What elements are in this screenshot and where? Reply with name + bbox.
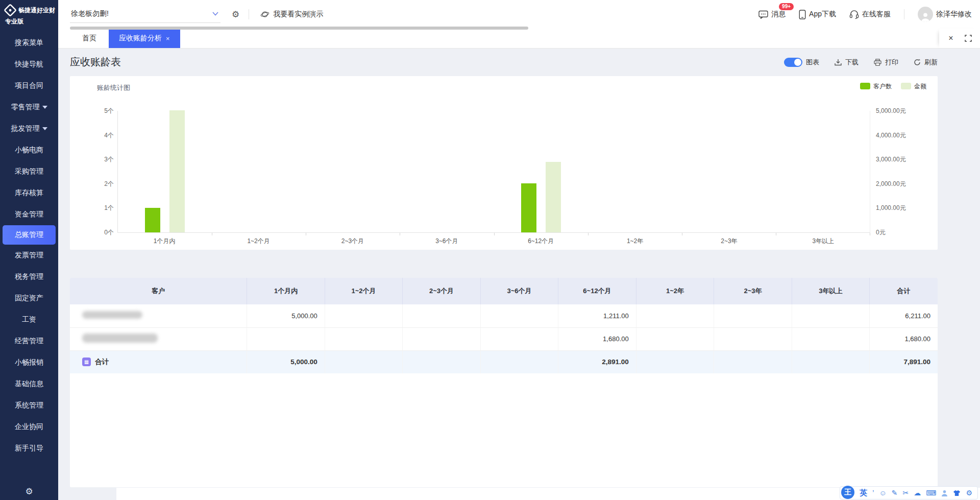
download-button[interactable]: 下载 xyxy=(835,58,859,67)
page-controls: 图表 下载 xyxy=(784,58,938,67)
headset-icon xyxy=(849,10,859,19)
bar-group xyxy=(212,111,306,232)
sidebar-settings[interactable]: ⚙ xyxy=(0,483,58,500)
brand-logo-icon xyxy=(4,4,16,16)
customer-cell xyxy=(70,304,247,327)
y2-axis-tick: 4,000.00元 xyxy=(876,131,932,139)
sidebar-item-quick-nav[interactable]: 快捷导航 xyxy=(0,54,58,75)
page-title: 应收账龄表 xyxy=(70,55,121,69)
company-dropdown[interactable]: 徐老板勿删! xyxy=(70,6,220,23)
tab-receivable-aging[interactable]: 应收账龄分析 × xyxy=(109,29,180,48)
sidebar-item-purchasing[interactable]: 采购管理 xyxy=(0,161,58,182)
print-button[interactable]: 打印 xyxy=(874,58,898,67)
close-icon[interactable]: × xyxy=(166,35,170,42)
toggle-switch[interactable] xyxy=(784,58,802,67)
pencil-icon[interactable]: ✎ xyxy=(892,489,898,496)
y2-axis-tick: 5,000.00元 xyxy=(876,107,932,115)
scissors-icon[interactable]: ✂ xyxy=(902,489,909,496)
y-axis-tick: 5个 xyxy=(78,107,114,115)
planet-icon xyxy=(260,10,270,19)
sidebar-item-system[interactable]: 系统管理 xyxy=(0,395,58,416)
x-axis-label: 2~3个月 xyxy=(306,237,400,246)
page-header: 应收账龄表 图表 下载 xyxy=(70,55,938,69)
emoji-icon[interactable]: ☺ xyxy=(879,489,886,496)
punctuation-icon[interactable]: ’ xyxy=(872,489,874,496)
logo: 畅捷通好业财 专业版 xyxy=(0,0,58,29)
sidebar-item-beginner-guide[interactable]: 新手引导 xyxy=(0,438,58,459)
sidebar-item-collaboration[interactable]: 企业协同 xyxy=(0,416,58,438)
keyboard-icon[interactable]: ⌨ xyxy=(926,489,936,496)
ime-logo[interactable]: 王 xyxy=(841,486,854,499)
demo-link[interactable]: 我要看实例演示 xyxy=(260,10,323,19)
x-axis-label: 1~2个月 xyxy=(211,237,305,246)
company-name: 徐老板勿删! xyxy=(71,9,109,18)
sidebar-item-retail[interactable]: 零售管理 xyxy=(0,97,58,118)
chart-bars xyxy=(118,111,870,232)
tab-home[interactable]: 首页 xyxy=(70,29,109,48)
table-row: 5,000.00 1,211.00 6,211.00 xyxy=(70,304,938,327)
bar-group xyxy=(776,111,870,232)
sidebar-item-funds[interactable]: 资金管理 xyxy=(0,204,58,225)
gear-icon[interactable]: ⚙ xyxy=(966,489,972,496)
phone-icon xyxy=(799,10,806,19)
sidebar-item-fixed-assets[interactable]: 固定资产 xyxy=(0,288,58,309)
sidebar-item-search-menu[interactable]: 搜索菜单 xyxy=(0,32,58,54)
bottom-strip: 王 英 ’ ☺ ✎ ✂ ☁ ⌨ ⚙ xyxy=(116,488,980,500)
person-icon[interactable] xyxy=(941,490,948,496)
bar-customers[interactable] xyxy=(145,208,160,232)
table-row: 1,680.00 1,680.00 xyxy=(70,327,938,350)
sidebar-item-general-ledger[interactable]: 总账管理 xyxy=(3,225,56,245)
legend-amount[interactable]: 金额 xyxy=(901,82,926,91)
skin-icon[interactable] xyxy=(953,490,961,496)
cloud-icon[interactable]: ☁ xyxy=(914,489,921,496)
download-icon xyxy=(835,59,842,66)
sidebar-item-expense[interactable]: 小畅报销 xyxy=(0,352,58,373)
gear-icon[interactable]: ⚙ xyxy=(232,9,239,20)
close-icon[interactable]: × xyxy=(943,31,959,46)
legend-swatch xyxy=(860,83,870,89)
bar-amount[interactable] xyxy=(546,162,561,232)
chevron-down-icon xyxy=(42,106,47,109)
user-menu[interactable]: 徐泽华修改 xyxy=(918,7,972,22)
sidebar-item-operations[interactable]: 经营管理 xyxy=(0,330,58,352)
aging-table-card: 客户 1个月内 1~2个月 2~3个月 3~6个月 6~12个月 1~2年 2~… xyxy=(70,278,938,487)
content-area: 应收账龄表 图表 下载 xyxy=(58,49,980,488)
col-2-3m: 2~3个月 xyxy=(403,278,480,304)
messages-button[interactable]: 99+ 消息 xyxy=(758,10,786,19)
chevron-down-icon xyxy=(42,127,47,130)
legend-customers[interactable]: 客户数 xyxy=(860,82,892,91)
app-download-button[interactable]: App下载 xyxy=(799,10,836,19)
online-support-button[interactable]: 在线客服 xyxy=(849,10,891,19)
tab-strip-tools: × xyxy=(939,29,980,48)
sidebar-item-invoices[interactable]: 发票管理 xyxy=(0,245,58,266)
chart-legend: 客户数 金额 xyxy=(860,82,926,91)
sidebar-item-project-contract[interactable]: 项目合同 xyxy=(0,75,58,97)
sidebar-item-wholesale[interactable]: 批发管理 xyxy=(0,118,58,139)
refresh-icon xyxy=(914,59,921,66)
sidebar-item-payroll[interactable]: 工资 xyxy=(0,309,58,330)
topbar: 徐老板勿删! ⚙ 我要看实例演示 99+ xyxy=(58,0,980,29)
aging-table: 客户 1个月内 1~2个月 2~3个月 3~6个月 6~12个月 1~2年 2~… xyxy=(70,278,938,373)
scrollbar-thumb[interactable] xyxy=(70,27,528,30)
total-label-cell: ▦合计 xyxy=(70,350,247,373)
input-method-toolbar: 王 英 ’ ☺ ✎ ✂ ☁ ⌨ ⚙ xyxy=(840,486,978,499)
chevron-down-icon xyxy=(212,12,218,16)
sidebar-item-base-info[interactable]: 基础信息 xyxy=(0,373,58,395)
ime-language-toggle[interactable]: 英 xyxy=(860,488,867,498)
message-icon xyxy=(758,10,768,19)
chart-plot: 0个 1个 2个 3个 4个 5个 0元 1,000.00元 2,000.00元… xyxy=(117,111,870,233)
refresh-button[interactable]: 刷新 xyxy=(914,58,938,67)
sidebar-item-inventory[interactable]: 库存核算 xyxy=(0,182,58,204)
table-header-row: 客户 1个月内 1~2个月 2~3个月 3~6个月 6~12个月 1~2年 2~… xyxy=(70,278,938,304)
bar-amount[interactable] xyxy=(169,110,185,232)
chart-title: 账龄统计图 xyxy=(97,83,130,92)
fullscreen-icon[interactable] xyxy=(961,31,976,46)
sidebar-item-ecommerce[interactable]: 小畅电商 xyxy=(0,139,58,161)
y2-axis-tick: 3,000.00元 xyxy=(876,155,932,164)
bar-customers[interactable] xyxy=(521,183,536,232)
sidebar-item-tax[interactable]: 税务管理 xyxy=(0,266,58,288)
x-axis-label: 1个月内 xyxy=(117,237,211,246)
chart-toggle[interactable]: 图表 xyxy=(784,58,819,67)
y-axis-tick: 1个 xyxy=(78,204,114,212)
y2-axis-tick: 2,000.00元 xyxy=(876,179,932,188)
